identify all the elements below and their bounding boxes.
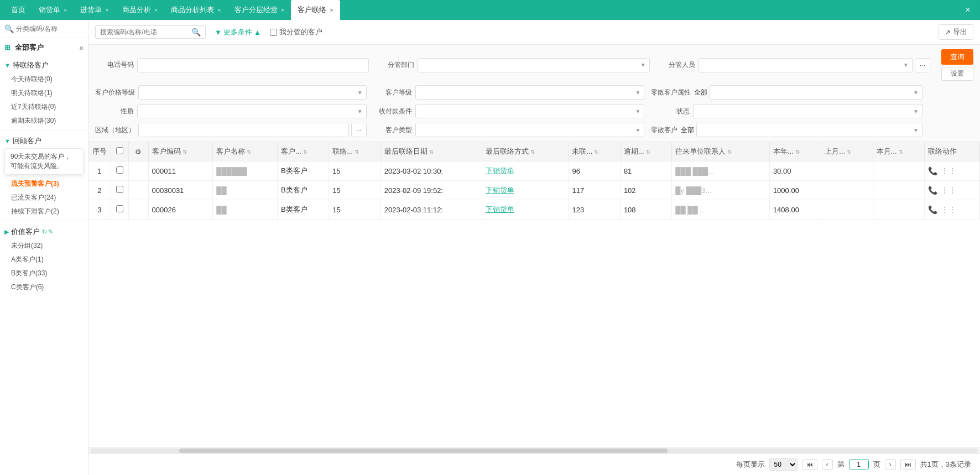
th-no-contact[interactable]: 未联...⇅ [569,142,620,161]
search-button-icon[interactable]: 🔍 [191,28,201,36]
last-method-link[interactable]: 下销货单 [486,166,514,175]
query-button[interactable]: 查询 [941,49,973,65]
more-action-icon[interactable]: ⋮⋮ [941,205,956,214]
filter-dots-region[interactable]: ··· [351,123,367,137]
export-button[interactable]: ↗ 导出 [939,24,973,40]
th-code[interactable]: 客户编码⇅ [148,142,213,161]
prev-page-button[interactable]: ‹ [822,459,833,470]
th-last-method[interactable]: 最后联络方式⇅ [482,142,569,161]
th-gear[interactable]: ⚙ [128,142,148,161]
horizontal-scrollbar[interactable] [88,447,980,453]
select-all-checkbox[interactable] [116,147,123,154]
th-last-month[interactable]: 上月...⇅ [821,142,873,161]
last-method-link[interactable]: 下销货单 [486,186,514,194]
page-number-input[interactable] [849,460,869,469]
cell-overdue: 81 [620,161,671,181]
settings-button[interactable]: 设置 [941,67,973,81]
sidebar-search-input[interactable] [16,25,84,33]
close-tab-customerlayer-icon[interactable]: × [281,7,284,13]
sidebar-item-churn-warning[interactable]: 流失预警客户(3) [0,177,88,191]
filter-input-region[interactable] [138,123,349,137]
filter-select-zero-customer[interactable]: ▼ [696,123,922,137]
sidebar-item-ungrouped[interactable]: 未分组(32) [0,239,88,253]
caret-down-icon: ▼ [640,62,646,68]
sidebar-item-today[interactable]: 今天待联络(0) [0,72,88,86]
contact-action-icon[interactable]: 📞 [928,166,937,175]
filter-label-nature: 性质 [95,107,134,116]
pagination-bar: 每页显示 50 10 20 100 ⏮ ‹ 第 页 › ⏭ 共1页，3条记录 [88,453,980,475]
filter-dots-person[interactable]: ··· [915,58,930,72]
filter-select-status[interactable]: ▼ [693,104,922,118]
next-page-button[interactable]: › [885,459,896,470]
filter-select-department[interactable]: ▼ [418,58,649,72]
sort-icon-last-date: ⇅ [429,149,434,155]
th-contact[interactable]: 联络...⇅ [329,142,380,161]
last-method-link[interactable]: 下销货单 [486,205,514,213]
search-input[interactable] [100,28,191,36]
filter-select-zero-attr[interactable]: ▼ [710,85,922,100]
cell-name: ██ [213,200,278,220]
nav-tab-purchaseorder[interactable]: 进货单 × [74,0,115,20]
edit-icon[interactable]: ✎ [48,228,53,236]
sidebar-item-7days[interactable]: 近7天待联络(0) [0,100,88,114]
per-page-select[interactable]: 50 10 20 100 [769,458,797,471]
refresh-icon[interactable]: ↻ [42,228,47,236]
sidebar-item-declining[interactable]: 持续下滑客户(2) [0,205,88,218]
export-icon: ↗ [945,28,951,36]
more-conditions-button[interactable]: ▼ 更多条件 ▲ [210,25,265,39]
filter-label-department: 分管部门 [376,60,414,70]
caret-down-icon-10: ▼ [913,127,919,133]
th-unit-contact[interactable]: 往来单位联系人⇅ [672,142,770,161]
th-name[interactable]: 客户名称⇅ [213,142,278,161]
sidebar-item-class-c[interactable]: C类客户(6) [0,280,88,294]
filter-select-customer-type[interactable]: ▼ [415,123,645,137]
nav-tab-salesorder[interactable]: 销货单 × [32,0,74,20]
cell-name: ██████ [213,161,278,181]
more-action-icon[interactable]: ⋮⋮ [941,166,956,175]
more-action-icon[interactable]: ⋮⋮ [941,186,956,195]
th-last-date[interactable]: 最后联络日期⇅ [380,142,482,161]
th-type[interactable]: 客户...⇅ [277,142,329,161]
contact-action-icon[interactable]: 📞 [928,205,937,214]
sidebar-section-pending[interactable]: ▼ 待联络客户 [0,57,88,72]
nav-tab-customercontact[interactable]: 客户联络 × [291,0,340,20]
caret-down-icon-5: ▼ [913,90,919,96]
window-close-button[interactable]: × [960,2,976,18]
th-overdue[interactable]: 逾期...⇅ [620,142,671,161]
my-customers-checkbox[interactable] [270,29,277,36]
last-page-button[interactable]: ⏭ [900,459,916,470]
collapse-icon[interactable]: « [79,43,84,52]
sidebar-item-class-a[interactable]: A类客户(1) [0,253,88,267]
close-tab-productanalysis-icon[interactable]: × [154,7,158,13]
th-this-month[interactable]: 本月...⇅ [873,142,924,161]
sidebar-section-value[interactable]: ▶ 价值客户 ↻ ✎ [0,223,88,239]
row-checkbox[interactable] [116,205,123,212]
close-tab-productlist-icon[interactable]: × [217,7,221,13]
filter-select-price-level[interactable]: ▼ [138,85,367,100]
first-page-button[interactable]: ⏮ [802,459,817,470]
scroll-thumb[interactable] [179,448,667,453]
row-checkbox[interactable] [116,186,123,193]
sidebar-all-customers[interactable]: ⊞ 全部客户 « [0,38,88,57]
close-tab-customercontact-icon[interactable]: × [330,7,333,13]
close-tab-purchaseorder-icon[interactable]: × [105,7,108,13]
row-checkbox[interactable] [116,166,123,174]
sidebar-item-churned[interactable]: 已流失客户(24) [0,191,88,205]
caret-down-icon-6: ▼ [357,108,363,114]
nav-tab-customerlayer[interactable]: 客户分层经营 × [228,0,291,20]
nav-home[interactable]: 首页 [4,0,32,20]
sidebar-section-review[interactable]: ▼ 回顾客户 [0,133,88,148]
filter-select-payment[interactable]: ▼ [415,104,645,118]
filter-select-person[interactable]: ▼ [698,58,913,72]
filter-select-customer-level[interactable]: ▼ [415,85,645,100]
sidebar-item-tomorrow[interactable]: 明天待联络(1) [0,86,88,100]
nav-tab-productanalysis[interactable]: 商品分析 × [116,0,164,20]
close-tab-salesorder-icon[interactable]: × [64,7,67,13]
sidebar-item-overdue[interactable]: 逾期未联络(30) [0,114,88,128]
th-this-year[interactable]: 本年...⇅ [769,142,821,161]
nav-tab-productlist[interactable]: 商品分析列表 × [164,0,227,20]
contact-action-icon[interactable]: 📞 [928,186,937,195]
sidebar-item-class-b[interactable]: B类客户(33) [0,267,88,280]
filter-select-nature[interactable]: ▼ [137,104,367,118]
filter-input-phone[interactable] [137,58,369,72]
